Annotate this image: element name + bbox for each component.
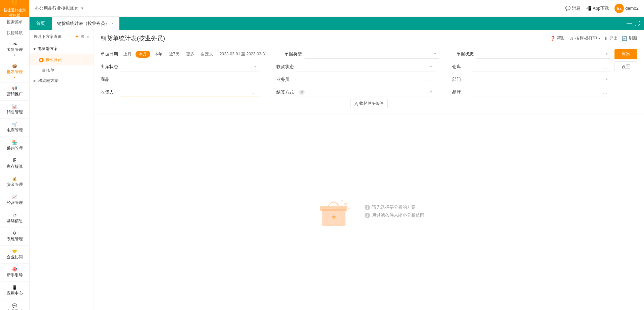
system-icon: ⚙	[13, 231, 16, 236]
hint1-num: 1	[365, 205, 370, 210]
settlement-clear-icon[interactable]: ×	[299, 90, 305, 95]
filter-actions: 查询 设置	[614, 49, 637, 97]
date-btn-thisyear[interactable]: 本年	[152, 51, 165, 58]
tab-home[interactable]: 首页	[30, 17, 52, 30]
salesperson-label: 业务员	[276, 76, 297, 83]
left-panel-title: 按以下方案查询	[34, 34, 62, 40]
print-button[interactable]: 🖨 按模板打印 ▾	[570, 35, 600, 41]
pc-scheme-group-title[interactable]: ▾ 电脑端方案	[30, 43, 94, 54]
settlement-control[interactable]: × ▾	[297, 88, 435, 97]
print-arrow-icon: ▾	[598, 37, 600, 40]
filter-out-status: 出库状态 ▾	[101, 62, 259, 71]
goods-dots: …	[251, 77, 256, 82]
department-control[interactable]: ▾	[472, 75, 610, 84]
receiver-dots: …	[251, 90, 256, 95]
sidebar-item-marketing[interactable]: 📢 营销推广	[0, 83, 29, 101]
collapse-panel-icon[interactable]: «	[87, 34, 90, 39]
collection-status-label: 收款状态	[276, 64, 297, 70]
svg-text:★: ★	[331, 214, 336, 220]
empty-hint-1: 1 请先选择要分析的方案	[365, 204, 424, 210]
date-btn-more[interactable]: 更多	[183, 51, 197, 58]
content-area: 按以下方案查询 + ⚙ « ▾ 电脑端方案 按业务员	[30, 30, 644, 310]
sidebar: 🧡 畅捷通好生意 标账版 搜索菜单 快捷导航 🛍 零售管理 ▾ 📦 批发管理 ▴…	[0, 0, 30, 310]
svg-rect-1	[320, 206, 347, 211]
receiver-control[interactable]: …	[121, 88, 259, 97]
user-menu[interactable]: Ea demo2	[614, 4, 639, 13]
sidebar-item-retail[interactable]: 🛍 零售管理 ▾	[0, 38, 29, 60]
wechat-icon: 💬	[12, 303, 17, 308]
collapse-icon: ⋀	[355, 101, 358, 106]
refresh-button[interactable]: 🔄 刷新	[622, 35, 637, 41]
sidebar-item-system[interactable]: ⚙ 系统管理	[0, 227, 29, 246]
sidebar-item-ecommerce[interactable]: 🛒 电商管理	[0, 119, 29, 137]
tab-active[interactable]: 销货单统计表（按业务员） ×	[52, 17, 119, 30]
breadcrumb-dropdown-icon[interactable]: ▾	[81, 6, 84, 11]
filter-row-4: 收货人 … 结算方式 × ▾	[101, 88, 610, 97]
doc-type-control[interactable]: ▾	[305, 49, 439, 59]
basic-icon: 🗂	[13, 213, 17, 217]
left-panel-icons: + ⚙ «	[75, 34, 90, 40]
appstore-icon: 📱	[12, 285, 17, 290]
left-panel: 按以下方案查询 + ⚙ « ▾ 电脑端方案 按业务员	[30, 30, 94, 310]
sidebar-item-wechat[interactable]: 💬 企业微信	[0, 300, 29, 310]
settlement-label: 结算方式	[276, 89, 297, 95]
filter-salesperson: 业务员 …	[276, 75, 435, 84]
message-button[interactable]: 💬 消息	[565, 5, 581, 11]
refresh-icon: 🔄	[622, 36, 627, 41]
mobile-scheme-group[interactable]: ▶ 移动端方案	[30, 75, 94, 86]
sidebar-item-appstore[interactable]: 📱 应用中心	[0, 282, 29, 300]
salesperson-control[interactable]: …	[297, 75, 435, 84]
sidebar-quick-nav[interactable]: 快捷导航	[0, 28, 29, 38]
date-btn-thismonth[interactable]: 本月	[136, 51, 150, 58]
goods-label: 商品	[101, 76, 121, 83]
out-status-control[interactable]: ▾	[121, 62, 259, 71]
sidebar-item-wholesale[interactable]: 📦 批发管理 ▴	[0, 60, 29, 83]
sidebar-item-purchase[interactable]: 🏪 采购管理	[0, 137, 29, 155]
pc-scheme-group: ▾ 电脑端方案 按业务员 ⊞ 按单	[30, 43, 94, 75]
date-btn-lastmonth[interactable]: 上月	[121, 51, 134, 58]
date-label: 单据日期	[101, 51, 121, 57]
doc-type-label: 单据类型	[284, 51, 305, 57]
left-panel-header: 按以下方案查询 + ⚙ «	[30, 30, 94, 43]
ecommerce-icon: 🛒	[12, 122, 17, 127]
sidebar-item-inventory[interactable]: 🗄 库存核算	[0, 155, 29, 173]
top-header: 办公用品行业模拟账套 ▾ 💬 消息 📲 App下载 Ea demo2	[30, 0, 644, 17]
sidebar-item-enterprise[interactable]: 🤝 企业协同	[0, 246, 29, 264]
settings-scheme-icon[interactable]: ⚙	[80, 34, 85, 39]
doc-status-control[interactable]: ▾	[476, 49, 610, 59]
sidebar-item-finance[interactable]: 💰 资金管理	[0, 173, 29, 191]
date-btn-custom[interactable]: 自定义	[198, 51, 216, 58]
empty-hints: 1 请先选择要分析的方案 2 用过滤条件来缩小分析范围	[365, 204, 424, 220]
settings-button[interactable]: 设置	[614, 61, 637, 72]
tab-close-icon[interactable]: ×	[111, 21, 114, 26]
warehouse-control[interactable]: …	[472, 62, 610, 71]
filter-settlement: 结算方式 × ▾	[276, 88, 435, 97]
department-arrow-icon: ▾	[606, 77, 608, 82]
scheme-item-order[interactable]: ⊞ 按单	[30, 65, 94, 75]
query-button[interactable]: 查询	[614, 49, 637, 59]
date-btn-7days[interactable]: 近7天	[166, 51, 182, 58]
department-label: 部门	[452, 76, 472, 83]
tab-fullscreen-icon[interactable]: ⛶	[635, 20, 640, 27]
page-title: 销货单统计表(按业务员)	[101, 34, 165, 42]
goods-control[interactable]: …	[121, 75, 259, 84]
empty-hint-2: 2 用过滤条件来缩小分析范围	[365, 212, 424, 218]
brand-dots: …	[603, 90, 608, 95]
help-button[interactable]: ❓ 帮助	[550, 35, 566, 41]
main-area: 办公用品行业模拟账套 ▾ 💬 消息 📲 App下载 Ea demo2 首页 销货…	[30, 0, 644, 310]
sidebar-item-newbie[interactable]: 🎯 新手引导	[0, 264, 29, 282]
sidebar-search[interactable]: 搜索菜单	[0, 17, 29, 28]
brand-control[interactable]: …	[472, 88, 610, 97]
collapse-button[interactable]: ⋀ 收起更多条件	[350, 99, 388, 108]
export-button[interactable]: ⬇ 导出	[604, 35, 618, 41]
sidebar-item-operations[interactable]: 📈 经营管理	[0, 191, 29, 209]
add-scheme-icon[interactable]: +	[75, 34, 78, 40]
empty-svg: ★	[314, 196, 354, 229]
breadcrumb-text: 办公用品行业模拟账套	[35, 5, 78, 11]
tab-minimize-icon[interactable]: —	[627, 20, 632, 27]
collection-status-control[interactable]: ▾	[297, 62, 435, 71]
scheme-item-salesperson[interactable]: 按业务员	[30, 54, 94, 65]
sidebar-item-basic[interactable]: 🗂 基础信息	[0, 209, 29, 227]
sidebar-item-sales[interactable]: 📊 销售管理	[0, 101, 29, 119]
app-download-button[interactable]: 📲 App下载	[586, 5, 609, 11]
